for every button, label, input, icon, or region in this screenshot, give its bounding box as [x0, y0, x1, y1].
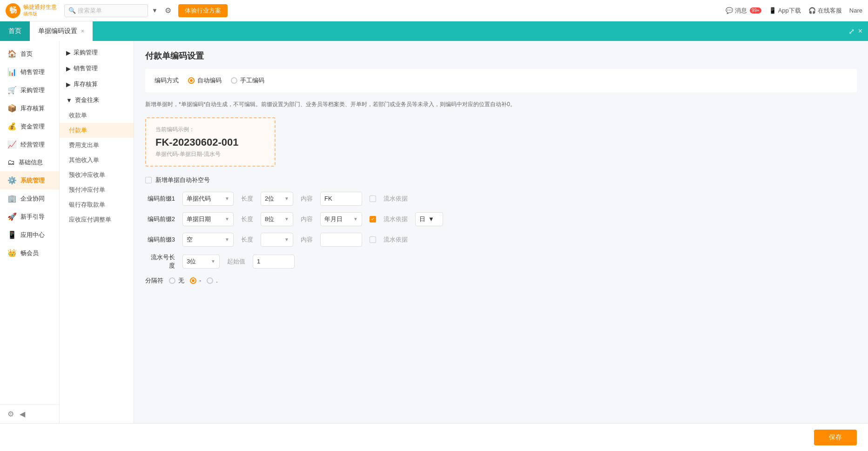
length1-select[interactable]: 2位 ▼ [261, 192, 293, 206]
encoding-method-group: 编码方式 自动编码 手工编码 [155, 76, 848, 85]
app-download-button[interactable]: 📱 App下载 [769, 7, 801, 15]
separator-row: 分隔符 无 - . [145, 276, 857, 285]
gear-icon[interactable]: ⚙ [161, 4, 175, 17]
tab-close-icon[interactable]: × [81, 28, 84, 34]
stream2-checkbox[interactable]: ✓ [370, 216, 376, 222]
sep-dash-radio[interactable]: - [190, 277, 201, 284]
search-input[interactable]: 🔍 搜索菜单 [64, 4, 148, 17]
sidebar-item-sales[interactable]: 📊 销售管理 [0, 63, 59, 81]
separator-label: 分隔符 [145, 276, 163, 285]
sub-item-bank-deposit[interactable]: 银行存取款单 [60, 197, 134, 212]
tab-encoding-settings[interactable]: 单据编码设置 × [30, 21, 93, 41]
sub-group-sales[interactable]: ▶ 销售管理 [60, 61, 134, 76]
app-download-label: App下载 [778, 7, 801, 15]
sub-item-other-income[interactable]: 其他收入单 [60, 153, 134, 168]
sidebar-item-label-inventory: 库存核算 [20, 104, 45, 113]
message-icon: 💬 [726, 7, 733, 14]
stream3-checkbox[interactable] [370, 236, 376, 243]
online-service-button[interactable]: 🎧 在线客服 [808, 7, 842, 15]
sub-item-advance-payment[interactable]: 预付冲应付单 [60, 182, 134, 197]
maximize-icon[interactable]: ⤢ [848, 27, 855, 36]
sub-item-receipt[interactable]: 收款单 [60, 108, 134, 123]
sidebar-item-operation[interactable]: 📈 经营管理 [0, 135, 59, 154]
content2-select[interactable]: 年月日 ▼ [320, 212, 362, 226]
sidebar-item-label-sales: 销售管理 [20, 68, 45, 76]
auto-fill-label: 新增单据自动补空号 [155, 176, 210, 184]
serial-row: 流水号长度 3位 ▼ 起始值 [145, 253, 857, 270]
sub-item-advance-receive[interactable]: 预收冲应收单 [60, 168, 134, 182]
stream1-checkbox[interactable] [370, 195, 376, 202]
auto-encoding-circle [188, 77, 195, 84]
stream3-label: 流水依据 [384, 236, 408, 244]
sub-item-adjustment[interactable]: 应收应付调整单 [60, 212, 134, 227]
length2-value: 8位 [265, 215, 274, 223]
stream2-check: ✓ [371, 216, 375, 222]
sub-sidebar: ▶ 采购管理 ▶ 销售管理 ▶ 库存核算 ▼ 资金往来 收款单 付款单 费用支出… [60, 41, 134, 423]
sub-group-fund[interactable]: ▼ 资金往来 [60, 92, 134, 108]
sub-item-payment[interactable]: 付款单 [60, 123, 134, 138]
tab-home[interactable]: 首页 [0, 21, 30, 41]
logo-title: 畅捷通好生意 [23, 4, 57, 10]
auto-fill-checkbox[interactable] [145, 177, 152, 183]
sidebar-item-enterprise[interactable]: 🏢 企业协同 [0, 189, 59, 208]
download-icon: 📱 [769, 7, 776, 14]
main-layout: 🏠 首页 📊 销售管理 🛒 采购管理 📦 库存核算 💰 资金管理 📈 经 [0, 41, 868, 423]
sep-none-label: 无 [178, 276, 184, 285]
start-value-label: 起始值 [227, 257, 245, 266]
sidebar-item-basic[interactable]: 🗂 基础信息 [0, 154, 59, 171]
sidebar-item-label-system: 系统管理 [20, 176, 45, 185]
topbar: 畅 畅捷通好生意 插件版 🔍 搜索菜单 ▼ ⚙ 体验行业方案 💬 消息 99+ … [0, 0, 868, 21]
prefix3-value: 空 [187, 236, 193, 244]
logo-subtitle: 插件版 [23, 11, 57, 17]
auto-encoding-radio[interactable]: 自动编码 [188, 76, 222, 85]
code-preview-box: 当前编码示例： FK-20230602-001 单据代码-单据日期-流水号 [145, 117, 276, 167]
sub-group-purchase[interactable]: ▶ 采购管理 [60, 45, 134, 61]
stream2-unit-select[interactable]: 日 ▼ [415, 212, 443, 226]
sidebar-item-guide[interactable]: 🚀 新手引导 [0, 208, 59, 226]
message-button[interactable]: 💬 消息 99+ [726, 7, 761, 15]
prefix2-select[interactable]: 单据日期 ▼ [182, 212, 234, 226]
sidebar-item-system[interactable]: ⚙️ 系统管理 [0, 171, 59, 189]
length2-select[interactable]: 8位 ▼ [261, 212, 293, 226]
experience-button[interactable]: 体验行业方案 [178, 4, 228, 17]
content1-input[interactable] [320, 192, 362, 206]
tab-bar-right: ⤢ × [848, 27, 868, 36]
content3-input[interactable] [320, 233, 362, 247]
user-name[interactable]: Nare [849, 7, 862, 14]
topbar-dropdown[interactable]: ▼ [152, 7, 158, 14]
app-logo: 畅 畅捷通好生意 插件版 [6, 3, 57, 18]
sidebar-item-purchase[interactable]: 🛒 采购管理 [0, 81, 59, 99]
sidebar-item-home[interactable]: 🏠 首页 [0, 45, 59, 63]
sep-none-radio[interactable]: 无 [169, 276, 184, 285]
sidebar-item-inventory[interactable]: 📦 库存核算 [0, 99, 59, 117]
prefix1-select[interactable]: 单据代码 ▼ [182, 192, 234, 206]
prefix3-select[interactable]: 空 ▼ [182, 233, 234, 247]
encoding-method-label: 编码方式 [155, 76, 179, 85]
manual-encoding-radio[interactable]: 手工编码 [231, 76, 264, 85]
stream1-label: 流水依据 [384, 195, 408, 203]
sidebar-item-label-enterprise: 企业协同 [20, 195, 45, 203]
settings-icon[interactable]: ⚙ [7, 410, 14, 418]
sidebar-item-appstore[interactable]: 📱 应用中心 [0, 226, 59, 244]
prefix1-row: 编码前缀1 单据代码 ▼ 长度 2位 ▼ 内容 流水依据 [145, 192, 857, 206]
collapse-icon[interactable]: ◀ [20, 410, 25, 418]
sub-item-expense[interactable]: 费用支出单 [60, 138, 134, 153]
length3-select[interactable]: ▼ [261, 233, 293, 247]
sep-dot-radio[interactable]: . [207, 277, 218, 284]
content1-label: 内容 [301, 195, 313, 203]
save-button[interactable]: 保存 [814, 430, 857, 445]
sub-group-inventory[interactable]: ▶ 库存核算 [60, 76, 134, 92]
prefix2-label: 编码前缀2 [145, 215, 175, 223]
start-value-input[interactable] [253, 255, 295, 269]
serial-length-select[interactable]: 3位 ▼ [182, 255, 220, 269]
sub-group-inventory-label: 库存核算 [74, 80, 98, 88]
sidebar-item-member[interactable]: 👑 畅会员 [0, 244, 59, 262]
sidebar: 🏠 首页 📊 销售管理 🛒 采购管理 📦 库存核算 💰 资金管理 📈 经 [0, 41, 60, 423]
prefix2-row: 编码前缀2 单据日期 ▼ 长度 8位 ▼ 内容 年月日 ▼ ✓ 流水 [145, 212, 857, 226]
prefix1-value: 单据代码 [187, 195, 211, 203]
sidebar-item-finance[interactable]: 💰 资金管理 [0, 117, 59, 135]
sidebar-nav: 🏠 首页 📊 销售管理 🛒 采购管理 📦 库存核算 💰 资金管理 📈 经 [0, 41, 59, 404]
page-footer: 保存 [0, 423, 868, 451]
close-window-icon[interactable]: × [858, 27, 862, 36]
tab-bar: 首页 单据编码设置 × ⤢ × [0, 21, 868, 41]
